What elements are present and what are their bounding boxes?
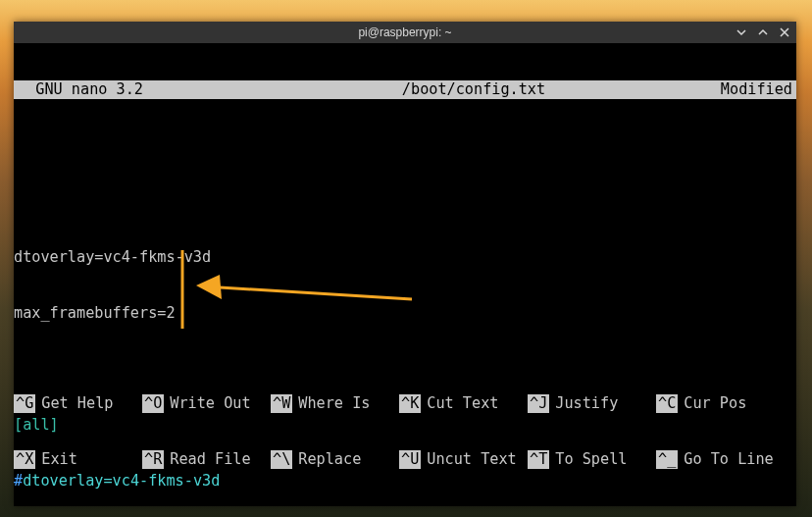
- minimize-button[interactable]: [734, 25, 749, 40]
- nano-modified-status: Modified: [679, 80, 796, 99]
- chevron-up-icon: [758, 27, 768, 37]
- nano-header: GNU nano 3.2 /boot/config.txt Modified: [14, 80, 796, 99]
- shortcut-replace[interactable]: ^\Replace: [271, 450, 399, 469]
- shortcut-key: ^O: [142, 394, 164, 413]
- shortcut-get-help[interactable]: ^GGet Help: [14, 394, 142, 413]
- nano-shortcut-bar: ^GGet Help ^OWrite Out ^WWhere Is ^KCut …: [14, 357, 796, 506]
- window-title: pi@raspberrypi: ~: [14, 26, 796, 39]
- shortcut-uncut-text[interactable]: ^UUncut Text: [399, 450, 528, 469]
- shortcut-key: ^_: [656, 450, 678, 469]
- shortcut-label: Exit: [35, 450, 77, 469]
- chevron-down-icon: [736, 27, 746, 37]
- shortcut-key: ^J: [528, 394, 549, 413]
- shortcut-key: ^U: [399, 450, 421, 469]
- close-icon: [780, 27, 789, 37]
- window-controls: [734, 25, 792, 40]
- shortcut-key: ^\: [271, 450, 292, 469]
- shortcut-key: ^X: [14, 450, 35, 469]
- shortcut-key: ^C: [656, 394, 678, 413]
- shortcut-justify[interactable]: ^JJustify: [528, 394, 656, 413]
- close-button[interactable]: [777, 25, 792, 40]
- maximize-button[interactable]: [755, 25, 771, 40]
- shortcut-key: ^G: [14, 394, 35, 413]
- shortcut-label: Cur Pos: [678, 394, 746, 413]
- shortcut-label: To Spell: [549, 450, 627, 469]
- shortcut-label: Cut Text: [421, 394, 498, 413]
- shortcut-row: ^GGet Help ^OWrite Out ^WWhere Is ^KCut …: [14, 394, 796, 413]
- shortcut-label: Uncut Text: [421, 450, 516, 469]
- shortcut-key: ^W: [271, 394, 292, 413]
- editor-line: max_framebuffers=2: [14, 304, 796, 323]
- terminal-window: pi@raspberrypi: ~ GNU nano 3.2 /boot/con…: [14, 22, 796, 506]
- shortcut-label: Where Is: [292, 394, 370, 413]
- nano-app-name: GNU nano 3.2: [14, 80, 269, 99]
- shortcut-label: Get Help: [35, 394, 113, 413]
- shortcut-where-is[interactable]: ^WWhere Is: [271, 394, 399, 413]
- editor-line: dtoverlay=vc4-fkms-v3d: [14, 248, 796, 267]
- shortcut-row: ^XExit ^RRead File ^\Replace ^UUncut Tex…: [14, 450, 796, 469]
- shortcut-cur-pos[interactable]: ^CCur Pos: [656, 394, 785, 413]
- shortcut-key: ^T: [528, 450, 549, 469]
- shortcut-key: ^K: [399, 394, 421, 413]
- shortcut-label: Read File: [164, 450, 250, 469]
- shortcut-cut-text[interactable]: ^KCut Text: [399, 394, 528, 413]
- shortcut-exit[interactable]: ^XExit: [14, 450, 142, 469]
- shortcut-key: ^R: [142, 450, 164, 469]
- shortcut-read-file[interactable]: ^RRead File: [142, 450, 271, 469]
- shortcut-label: Write Out: [164, 394, 250, 413]
- editor-line: [14, 192, 796, 211]
- shortcut-label: Replace: [292, 450, 361, 469]
- shortcut-write-out[interactable]: ^OWrite Out: [142, 394, 271, 413]
- terminal-viewport[interactable]: GNU nano 3.2 /boot/config.txt Modified d…: [14, 43, 796, 506]
- shortcut-label: Go To Line: [678, 450, 773, 469]
- shortcut-to-spell[interactable]: ^TTo Spell: [528, 450, 656, 469]
- window-titlebar[interactable]: pi@raspberrypi: ~: [14, 22, 796, 43]
- shortcut-go-to-line[interactable]: ^_Go To Line: [656, 450, 785, 469]
- nano-file-path: /boot/config.txt: [269, 80, 679, 99]
- shortcut-label: Justify: [549, 394, 618, 413]
